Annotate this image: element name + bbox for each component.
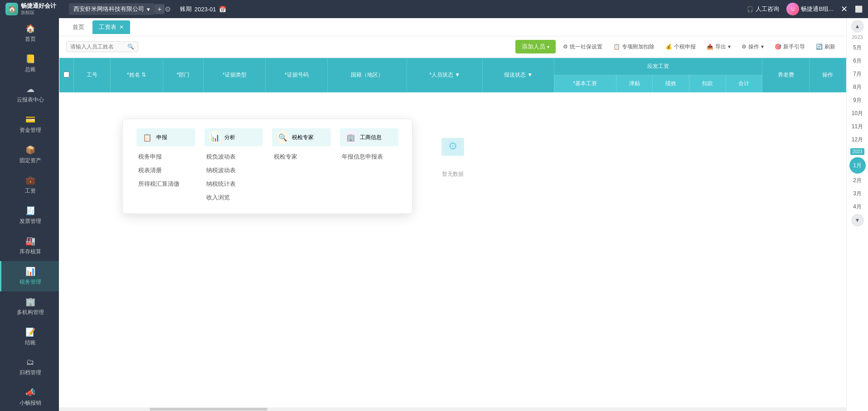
period-label: 账期 <box>180 5 192 13</box>
sidebar-item-archive[interactable]: 🗂 归档管理 <box>0 352 59 382</box>
multi-org-icon: 🏢 <box>25 297 35 307</box>
sidebar-item-ledger[interactable]: 📒 总账 <box>0 48 59 79</box>
assets-icon: 📦 <box>25 145 35 155</box>
tab-salary-close[interactable]: ✕ <box>119 24 124 30</box>
user-info[interactable]: U 畅捷通B组... <box>786 3 834 15</box>
sidebar-item-salary[interactable]: 💼 工资 <box>0 170 59 200</box>
sidebar-item-home[interactable]: 🏠 首页 <box>0 18 59 48</box>
menu-item-income-browse[interactable]: 收入浏览 <box>204 191 263 204</box>
select-all-checkbox[interactable] <box>63 72 69 77</box>
cal-month-1-active[interactable]: 1月 <box>849 157 866 174</box>
menu-item-tax-expert[interactable]: 税检专家 <box>272 150 331 164</box>
menu-item-tax-statistics[interactable]: 纳税统计表 <box>204 177 263 191</box>
col-header-allowance: 津贴 <box>616 75 653 92</box>
close-period-icon: 📝 <box>25 327 35 337</box>
menu-item-tax-declare[interactable]: 税务申报 <box>136 150 195 164</box>
menu-item-tax-payment-wave[interactable]: 纳税波动表 <box>204 164 263 177</box>
export-dropdown: ▾ <box>728 44 731 50</box>
cloud-icon: ☁ <box>26 84 34 94</box>
cal-month-11[interactable]: 11月 <box>849 121 867 133</box>
tab-home[interactable]: 首页 <box>66 20 91 34</box>
cal-month-2[interactable]: 2月 <box>849 174 867 187</box>
add-person-button[interactable]: 添加人员 ▾ <box>515 40 556 53</box>
special-icon: 📋 <box>613 44 620 50</box>
company-dropdown-icon: ▾ <box>147 6 150 13</box>
bottom-scrollbar[interactable] <box>59 407 846 411</box>
tax-declare-icon: 💰 <box>665 44 672 50</box>
cal-month-6[interactable]: 6月 <box>849 55 867 67</box>
cal-month-12[interactable]: 12月 <box>849 134 867 146</box>
menu-item-annual-report[interactable]: 年报信息申报表 <box>340 150 399 164</box>
app-title: 畅捷通好会计 <box>21 2 56 10</box>
col-header-id: 工号 <box>74 58 111 92</box>
sidebar: 🏠 首页 📒 总账 ☁ 云报表中心 💳 资金管理 📦 固定资产 💼 工资 🧾 发… <box>0 18 59 411</box>
cal-month-5[interactable]: 5月 <box>849 42 867 54</box>
social-insurance-button[interactable]: ⚙ 统一社保设置 <box>559 41 606 53</box>
user-name: 畅捷通B组... <box>801 5 834 13</box>
sidebar-item-invoice[interactable]: 🧾 发票管理 <box>0 200 59 231</box>
search-icon[interactable]: 🔍 <box>127 44 134 50</box>
salary-icon: 💼 <box>25 175 35 185</box>
export-button[interactable]: 📤 导出 ▾ <box>703 41 734 53</box>
company-selector[interactable]: 西安虾米网络科技有限公司 ▾ <box>69 3 155 15</box>
cal-month-10[interactable]: 10月 <box>849 107 867 120</box>
tab-salary-table[interactable]: 工资表 ✕ <box>92 20 130 34</box>
sidebar-item-funds[interactable]: 💳 资金管理 <box>0 109 59 140</box>
scrollbar-thumb[interactable] <box>150 408 267 411</box>
cal-month-7[interactable]: 7月 <box>849 68 867 80</box>
guide-button[interactable]: 🎯 新手引导 <box>771 41 809 53</box>
export-icon: 📤 <box>707 44 713 50</box>
human-service-button[interactable]: 🎧 人工咨询 <box>747 5 779 13</box>
guide-toolbar-icon: 🎯 <box>775 44 781 50</box>
maximize-window-button[interactable]: ⬜ <box>855 5 863 13</box>
sidebar-label-funds: 资金管理 <box>19 126 41 134</box>
refresh-button[interactable]: 🔄 刷新 <box>812 41 839 53</box>
sidebar-item-close-period[interactable]: 📝 结账 <box>0 322 59 352</box>
cal-nav-up[interactable]: ▲ <box>851 20 864 33</box>
home-icon: 🏠 <box>25 24 35 34</box>
tab-bar: 首页 工资表 ✕ <box>59 18 846 36</box>
export-label: 导出 <box>715 43 726 51</box>
tax-icon: 📊 <box>25 266 35 276</box>
sidebar-label-archive: 归档管理 <box>19 369 41 377</box>
menu-item-tax-form[interactable]: 税表清册 <box>136 164 195 177</box>
operation-button[interactable]: ⚙ 操作 ▾ <box>738 41 767 53</box>
col-header-cert-no: *证据号码 <box>266 58 328 92</box>
cal-nav-down[interactable]: ▼ <box>851 214 864 227</box>
user-avatar: U <box>786 3 799 15</box>
add-person-dropdown-icon: ▾ <box>547 44 549 49</box>
funds-icon: 💳 <box>25 115 35 125</box>
logo-area: 🏠 畅捷通好会计 旗舰版 <box>5 2 64 16</box>
menu-section-business-header: 🏢 工商信息 <box>340 128 399 146</box>
add-company-button[interactable]: + <box>155 4 165 14</box>
company-name: 西安虾米网络科技有限公司 <box>73 5 144 13</box>
tax-declare-label: 个税申报 <box>674 43 696 51</box>
app-logo-icon: 🏠 <box>5 3 18 15</box>
cal-month-4[interactable]: 4月 <box>849 201 867 213</box>
table-header-checkbox <box>59 58 74 92</box>
menu-section-tax-expert: 🔍 税检专家 税检专家 <box>267 128 335 204</box>
sidebar-item-assets[interactable]: 📦 固定资产 <box>0 140 59 170</box>
sidebar-label-close-period: 结账 <box>25 339 36 347</box>
calendar-icon[interactable]: 📅 <box>219 6 226 13</box>
sidebar-item-cloud-report[interactable]: ☁ 云报表中心 <box>0 79 59 109</box>
col-header-dept: *部门 <box>163 58 204 92</box>
search-input[interactable] <box>70 44 125 50</box>
app-title-group: 畅捷通好会计 旗舰版 <box>21 2 56 16</box>
guide-toolbar-label: 新手引导 <box>783 43 805 51</box>
sidebar-label-cloud: 云报表中心 <box>17 96 44 104</box>
header-settings-button[interactable]: ⚙ <box>165 5 171 14</box>
menu-section-analysis-header: 📊 分析 <box>204 128 263 146</box>
menu-item-tax-burden[interactable]: 税负波动表 <box>204 150 263 164</box>
sidebar-item-tax[interactable]: 📊 税务管理 <box>0 261 59 291</box>
cal-month-8[interactable]: 8月 <box>849 81 867 93</box>
sidebar-item-inventory[interactable]: 🏭 库存核算 <box>0 231 59 261</box>
sidebar-item-multi-org[interactable]: 🏢 多机构管理 <box>0 291 59 322</box>
cal-month-9[interactable]: 9月 <box>849 94 867 106</box>
special-deduction-button[interactable]: 📋 专项附加扣除 <box>610 41 658 53</box>
menu-item-income-tax-settle[interactable]: 所得税汇算清缴 <box>136 177 195 191</box>
sidebar-item-expense[interactable]: 📣 小畅报销 <box>0 382 59 411</box>
close-window-button[interactable]: ✕ <box>841 5 848 13</box>
tax-declare-button[interactable]: 💰 个税申报 <box>662 41 699 53</box>
cal-month-3[interactable]: 3月 <box>849 188 867 200</box>
